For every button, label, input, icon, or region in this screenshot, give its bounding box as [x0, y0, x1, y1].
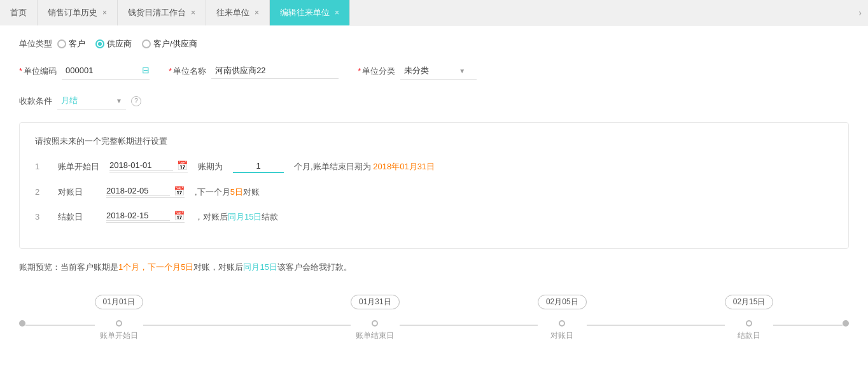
payment-terms-chevron: ▼ — [116, 97, 122, 104]
unit-name-star: * — [169, 66, 172, 76]
period-start-desc-suffix: 个月,账单结束日期为 — [294, 162, 371, 171]
timeline-label-2: 对账日 — [550, 330, 573, 341]
timeline-spacer-1 — [143, 325, 351, 326]
timeline-label-3: 结款日 — [738, 330, 760, 341]
period-title: 请按照未来的一个完整帐期进行设置 — [35, 136, 833, 147]
timeline-spacer-4 — [773, 325, 843, 326]
preview-part2: 下一个月5日 — [148, 262, 193, 272]
period-reconcile-desc-highlight: 5日 — [230, 187, 243, 197]
main-content: 单位类型 客户 供应商 客户/供应商 *单位编码 — [0, 25, 868, 387]
period-num-3: 3 — [35, 212, 48, 222]
unit-type-radio-group: 客户 供应商 客户/供应商 — [57, 38, 197, 50]
period-start-desc2: 个月,账单结束日期为 2018年01月31日 — [294, 161, 435, 172]
preview-part1: 1个月， — [118, 262, 148, 272]
timeline-right-dot — [843, 320, 849, 327]
period-settle-desc-part2: 结款 — [262, 212, 278, 222]
tab-partner[interactable]: 往来单位 × — [206, 0, 270, 25]
timeline-dot-0 — [116, 320, 122, 327]
unit-type-field: 单位类型 客户 供应商 客户/供应商 — [19, 38, 197, 50]
preview-text: 账期预览：当前客户账期是1个月，下一个月5日对账，对账后同月15日该客户会给我打… — [19, 262, 849, 273]
tab-partner-close[interactable]: × — [255, 8, 259, 17]
timeline-item-0: 01月01日 账单开始日 — [95, 295, 144, 341]
unit-category-chevron: ▼ — [459, 67, 465, 74]
tab-sales-history-label: 销售订单历史 — [48, 7, 97, 18]
payment-terms-row: 收款条件 月结 ▼ ? — [19, 92, 849, 109]
unit-category-field: *单位分类 未分类 ▼ — [358, 62, 477, 80]
tab-sales-history[interactable]: 销售订单历史 × — [38, 0, 118, 25]
unit-code-input[interactable] — [62, 63, 138, 78]
period-row-2: 2 对账日 📅 ,下一个月5日对账 — [35, 186, 833, 198]
radio-customer[interactable]: 客户 — [57, 38, 85, 50]
unit-type-label: 单位类型 — [19, 38, 52, 50]
period-num-1: 1 — [35, 162, 48, 171]
tab-edit-partner-close[interactable]: × — [335, 8, 339, 17]
period-settle-date-input[interactable] — [106, 211, 170, 221]
period-reconcile-date-input-wrapper: 📅 — [106, 186, 185, 198]
preview-part4: 同月15日 — [243, 262, 277, 272]
radio-supplier[interactable]: 供应商 — [95, 38, 132, 50]
unit-type-row: 单位类型 客户 供应商 客户/供应商 — [19, 38, 849, 50]
timeline-item-3: 02月15日 结款日 — [725, 295, 774, 341]
radio-supplier-label: 供应商 — [107, 38, 132, 50]
radio-customer-circle — [57, 39, 66, 48]
unit-info-row: *单位编码 ⊟ *单位名称 *单位分类 未分类 ▼ — [19, 62, 849, 80]
timeline-spacer-2 — [400, 325, 538, 326]
tab-cashflow[interactable]: 钱货日清工作台 × — [118, 0, 206, 25]
tabs-arrow[interactable]: › — [852, 8, 868, 18]
timeline-badge-1: 01月31日 — [351, 295, 400, 309]
period-reconcile-desc: ,下一个月5日对账 — [195, 186, 260, 198]
period-start-date-input[interactable] — [109, 160, 173, 171]
payment-terms-field: 收款条件 月结 ▼ ? — [19, 92, 141, 109]
unit-code-label: *单位编码 — [19, 66, 57, 77]
payment-terms-select[interactable]: 月结 ▼ — [57, 92, 126, 109]
period-reconcile-date-input[interactable] — [106, 186, 170, 196]
payment-terms-label: 收款条件 — [19, 95, 52, 107]
period-settle-date-input-wrapper: 📅 — [106, 211, 185, 223]
tab-home[interactable]: 首页 — [0, 0, 38, 25]
timeline-dot-3 — [746, 320, 752, 327]
timeline-badge-3: 02月15日 — [725, 295, 774, 309]
timeline: 01月01日 账单开始日 01月31日 账单结束日 02月05日 对账日 02月… — [19, 288, 849, 348]
period-row-1: 1 账单开始日 📅 账期为 个月,账单结束日期为 2018年01月31日 — [35, 160, 833, 173]
period-reconcile-date-cal-icon[interactable]: 📅 — [174, 186, 185, 196]
timeline-dot-2 — [559, 320, 565, 327]
tab-sales-history-close[interactable]: × — [102, 8, 107, 17]
period-reconcile-label: 对账日 — [58, 186, 96, 198]
timeline-badge-2: 02月05日 — [538, 295, 587, 309]
period-settle-desc-highlight: 同月15日 — [228, 212, 262, 222]
unit-category-select[interactable]: 未分类 ▼ — [400, 62, 477, 80]
tab-edit-partner[interactable]: 编辑往来单位 × — [270, 0, 350, 25]
period-start-desc: 账期为 — [198, 161, 223, 172]
tab-home-label: 首页 — [10, 7, 27, 18]
period-month-input[interactable] — [233, 160, 284, 173]
tabs-bar: 首页 销售订单历史 × 钱货日清工作台 × 往来单位 × 编辑往来单位 × › — [0, 0, 868, 25]
period-end-date-highlight: 2018年01月31日 — [373, 162, 435, 171]
radio-both[interactable]: 客户/供应商 — [142, 38, 197, 50]
payment-terms-help-icon[interactable]: ? — [131, 96, 141, 106]
unit-code-copy-icon[interactable]: ⊟ — [142, 65, 150, 75]
timeline-dot-1 — [372, 320, 378, 327]
timeline-label-1: 账单结束日 — [356, 330, 394, 341]
timeline-left-dot — [19, 320, 25, 327]
timeline-badge-0: 01月01日 — [95, 295, 144, 309]
unit-name-input[interactable] — [211, 64, 339, 79]
tab-edit-partner-label: 编辑往来单位 — [280, 7, 330, 18]
tab-cashflow-close[interactable]: × — [191, 8, 195, 17]
period-settle-desc-part1: ，对账后 — [195, 212, 228, 222]
period-settle-label: 结款日 — [58, 211, 96, 223]
unit-category-label: *单位分类 — [358, 66, 395, 77]
unit-category-value: 未分类 — [404, 65, 455, 76]
period-settle-date-cal-icon[interactable]: 📅 — [174, 211, 185, 221]
unit-code-field: *单位编码 ⊟ — [19, 63, 150, 80]
timeline-item-2: 02月05日 对账日 — [538, 295, 587, 341]
period-settings-box: 请按照未来的一个完整帐期进行设置 1 账单开始日 📅 账期为 个月,账单结束日期… — [19, 122, 849, 249]
radio-supplier-circle — [95, 39, 104, 48]
radio-customer-label: 客户 — [69, 38, 85, 50]
period-start-date-cal-icon[interactable]: 📅 — [177, 160, 188, 171]
timeline-label-0: 账单开始日 — [100, 330, 138, 341]
unit-code-input-wrapper: ⊟ — [62, 63, 150, 80]
timeline-spacer-3 — [587, 325, 725, 326]
period-start-label: 账单开始日 — [58, 161, 99, 172]
period-row-3: 3 结款日 📅 ，对账后同月15日结款 — [35, 211, 833, 223]
preview-label: 账期预览：当前客户账期是 — [19, 262, 118, 272]
